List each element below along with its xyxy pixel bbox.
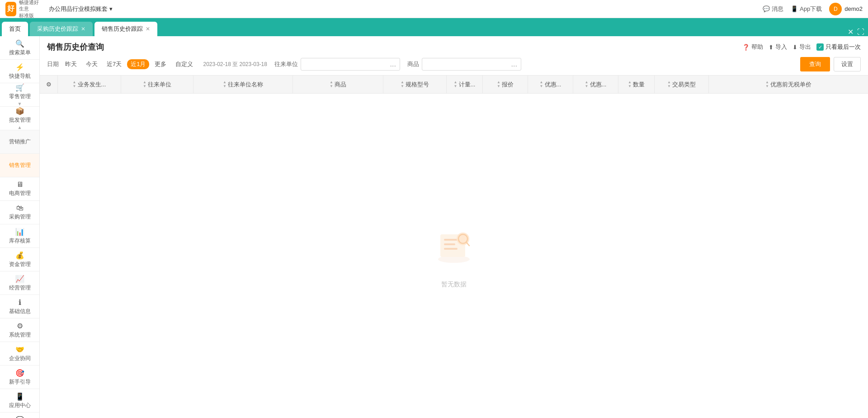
product-filter-label: 商品 [407,60,419,68]
sidebar-item-enterprise-wechat[interactable]: 💬 企业微信 [0,413,39,418]
empty-illustration: 暂无数据 [431,223,476,289]
date-option-7days[interactable]: 近7天 [103,59,125,69]
sort-arrows-bizdate: ▲ ▼ [73,81,76,88]
help-button[interactable]: ❓ 帮助 [742,43,763,51]
th-spec[interactable]: ▲ ▼ 规格型号 [383,76,447,93]
th-price[interactable]: ▲ ▼ 报价 [483,76,528,93]
settings-button[interactable]: 设置 [834,57,861,71]
sidebar-item-search-menu[interactable]: 🔍 搜索菜单 [0,36,39,60]
sort-arrows-spec: ▲ ▼ [401,81,404,88]
th-unit[interactable]: ▲ ▼ 计量... [447,76,483,93]
th-gear[interactable]: ⚙ [40,76,58,93]
table-header: ⚙ ▲ ▼ 业务发生... ▲ ▼ 往来单位 [40,76,868,94]
date-option-more[interactable]: 更多 [151,59,170,69]
sort-arrows-unit: ▲ ▼ [454,81,458,88]
message-icon: 💬 [763,5,770,12]
date-option-custom[interactable]: 自定义 [172,59,197,69]
page-header-actions: ❓ 帮助 ⬆ 导入 ⬇ 导出 ✓ 只看最后一次 [742,43,861,51]
logo-area: 好 畅捷通好生意 标准版 [5,0,42,19]
sort-arrows-partner-name: ▲ ▼ [223,81,226,88]
page-header-top: 销售历史价查询 ❓ 帮助 ⬆ 导入 ⬇ 导出 ✓ [47,42,861,52]
maximize-button[interactable]: ⛶ [857,28,864,36]
sidebar-item-purchase-mgmt[interactable]: 🛍 采购管理 [0,201,39,224]
empty-text: 暂无数据 [441,280,467,289]
th-bizdate[interactable]: ▲ ▼ 业务发生... [58,76,121,93]
lightning-icon: ⚡ [15,63,24,71]
th-pretax-price[interactable]: ▲ ▼ 优惠前无税单价 [709,76,868,93]
tab-sales-history[interactable]: 销售历史价跟踪 ✕ [94,22,157,36]
help-icon: ❓ [742,44,750,51]
sort-arrows-trade-type: ▲ ▼ [667,81,671,88]
sidebar-item-operations-mgmt[interactable]: 📈 经营管理 [0,271,39,295]
close-all-tabs-button[interactable]: ✕ [848,28,854,36]
only-last-checkbox[interactable]: ✓ 只看最后一次 [816,43,861,51]
message-action[interactable]: 💬 消息 [763,5,783,13]
sidebar-item-newbie-guide[interactable]: 🎯 新手引导 [0,366,39,389]
main-layout: 🔍 搜索菜单 ⚡ 快捷导航 🛒 零售管理 ▼ 📦 批发管理 ▲ 营销推广 销售管… [0,36,868,418]
top-bar: 好 畅捷通好生意 标准版 办公用品行业模拟账套 ▾ 💬 消息 📱 App下载 D… [0,0,868,18]
sort-arrows-discount1: ▲ ▼ [540,81,543,88]
th-partner-id[interactable]: ▲ ▼ 往来单位 [121,76,193,93]
export-icon: ⬇ [793,44,797,51]
sidebar-item-marketing[interactable]: 营销推广 [0,130,39,154]
user-area[interactable]: D demo2 [829,3,863,15]
sidebar-item-enterprise-collab[interactable]: 🤝 企业协同 [0,342,39,366]
partner-input[interactable]: ... [301,58,400,71]
sidebar-item-ecommerce-mgmt[interactable]: 🖥 电商管理 [0,177,39,201]
sidebar-item-capital-mgmt[interactable]: 💰 资金管理 [0,248,39,271]
tab-home[interactable]: 首页 [2,22,28,36]
import-button[interactable]: ⬆ 导入 [769,43,787,51]
sidebar-item-wholesale-mgmt[interactable]: 📦 批发管理 ▲ [0,107,39,130]
sidebar-item-sales-mgmt[interactable]: 销售管理 [0,154,39,177]
partner-filter-group: 往来单位 ... [274,58,400,71]
th-product[interactable]: ▲ ▼ 商品 [293,76,383,93]
product-filter-group: 商品 ... [407,58,521,71]
date-option-today[interactable]: 今天 [82,59,101,69]
sort-arrows-price: ▲ ▼ [497,81,500,88]
date-options: 昨天 今天 近7天 近1月 更多 自定义 [61,59,197,69]
th-trade-type[interactable]: ▲ ▼ 交易类型 [655,76,709,93]
sidebar-item-system-mgmt[interactable]: ⚙ 系统管理 [0,318,39,342]
close-tab-sales-history[interactable]: ✕ [146,26,150,32]
sidebar-item-basic-info[interactable]: ℹ 基础信息 [0,295,39,318]
query-button[interactable]: 查询 [800,57,830,71]
date-option-yesterday[interactable]: 昨天 [61,59,80,69]
th-discount2[interactable]: ▲ ▼ 优惠... [573,76,618,93]
table-container: ⚙ ▲ ▼ 业务发生... ▲ ▼ 往来单位 [40,76,868,418]
top-bar-right: 💬 消息 📱 App下载 D demo2 [763,3,863,15]
tab-bar: 首页 采购历史价跟踪 ✕ 销售历史价跟踪 ✕ ✕ ⛶ [0,18,868,36]
tab-purchase-history[interactable]: 采购历史价跟踪 ✕ [30,22,93,36]
th-discount1[interactable]: ▲ ▼ 优惠... [528,76,573,93]
sidebar-item-inventory[interactable]: 📊 库存核算 [0,224,39,248]
sidebar-item-app-center[interactable]: 📱 应用中心 [0,389,39,413]
date-option-1month[interactable]: 近1月 [127,59,149,69]
close-tab-purchase-history[interactable]: ✕ [81,26,85,32]
product-input[interactable]: ... [422,58,521,71]
app-download-action[interactable]: 📱 App下载 [791,5,822,13]
partner-filter-label: 往来单位 [274,60,298,68]
cart-icon: 🛒 [15,83,24,92]
expand-icon-wholesale: ▲ [18,125,22,130]
sidebar-item-retail-mgmt[interactable]: 🛒 零售管理 ▼ [0,83,39,107]
download-icon: 📱 [791,5,798,12]
box-icon: 📦 [15,107,24,115]
th-qty[interactable]: ▲ ▼ 数量 [618,76,655,93]
mobile-icon: 📱 [15,392,24,401]
empty-icon [431,223,476,277]
sort-arrows-discount2: ▲ ▼ [585,81,589,88]
svg-rect-4 [444,248,458,250]
page-header: 销售历史价查询 ❓ 帮助 ⬆ 导入 ⬇ 导出 ✓ [40,36,868,76]
date-range-display: 2023-02-18 至 2023-03-18 [203,61,267,68]
th-partner-name[interactable]: ▲ ▼ 往来单位名称 [193,76,293,93]
sidebar-item-shortcut-nav[interactable]: ⚡ 快捷导航 [0,60,39,83]
app-selector[interactable]: 办公用品行业模拟账套 ▾ [49,5,113,13]
filter-buttons: 查询 设置 [800,57,861,71]
sort-arrows-product: ▲ ▼ [330,81,333,88]
import-icon: ⬆ [769,44,774,51]
shopping-icon: 🛍 [16,204,24,212]
expand-icon: ▼ [18,101,22,106]
avatar: D [829,3,842,15]
content-area: 销售历史价查询 ❓ 帮助 ⬆ 导入 ⬇ 导出 ✓ [40,36,868,418]
export-button[interactable]: ⬇ 导出 [793,43,811,51]
settings-gear-icon[interactable]: ⚙ [46,81,52,88]
